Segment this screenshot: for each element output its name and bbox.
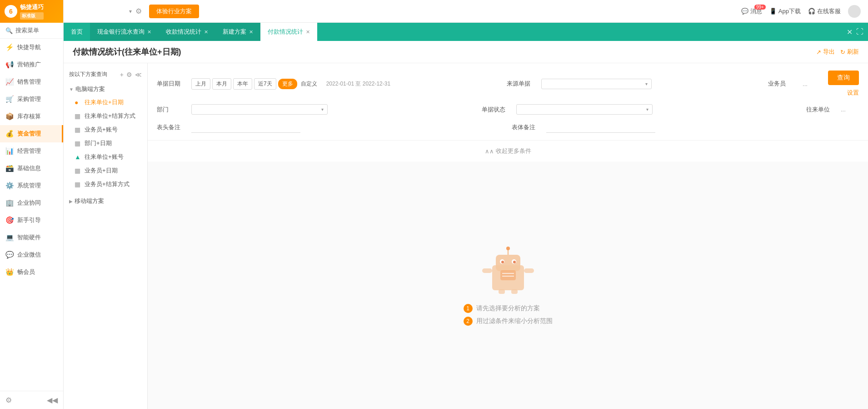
refresh-button[interactable]: ↻ 刷新: [840, 48, 859, 56]
topbar-right: 💬 消息 99+ 📱 App下载 🎧 在线客服: [741, 5, 861, 18]
filter-header-note-input[interactable]: [191, 122, 300, 133]
sidebar-item-label: 新手引导: [17, 216, 41, 224]
scheme-section-desktop-header[interactable]: ▼ 电脑端方案: [64, 83, 147, 96]
scheme-item-dept-date[interactable]: ▦ 部门+日期: [64, 136, 147, 150]
operation-icon: 📊: [5, 147, 14, 155]
date-btn-7days[interactable]: 近7天: [254, 78, 276, 90]
filter-actions: 查询 设置: [828, 71, 859, 97]
scheme-item-staff-date[interactable]: ▦ 业务员+日期: [64, 164, 147, 177]
export-button[interactable]: ↗ 导出: [816, 48, 835, 56]
tab-expand-icon[interactable]: ⛶: [856, 28, 863, 36]
filter-dept-label: 部门: [157, 106, 184, 114]
guide-icon: 🎯: [5, 216, 14, 224]
filter-header-note-label: 表头备注: [157, 123, 184, 131]
sidebar-item-inventory[interactable]: 📦 库存核算: [0, 108, 63, 125]
scheme-item-icon: ▲: [75, 153, 82, 161]
filter-body-note-label: 表体备注: [512, 123, 539, 131]
search-menu[interactable]: 🔍 搜索菜单: [0, 23, 63, 39]
date-btn-more[interactable]: 更多: [278, 79, 297, 89]
filter-dept-select[interactable]: ▾: [191, 104, 328, 115]
app-download-label: App下载: [778, 7, 801, 15]
sidebar-item-wechat[interactable]: 💬 企业微信: [0, 246, 63, 263]
svg-rect-8: [482, 268, 492, 273]
filter-staff-dots: ...: [803, 81, 821, 87]
scheme-item-staff-account[interactable]: ▦ 业务员+账号: [64, 123, 147, 136]
scheme-item-label: 业务员+账号: [85, 126, 118, 134]
date-btn-this-year[interactable]: 本年: [233, 78, 252, 90]
sidebar-item-marketing[interactable]: 📢 营销推广: [0, 56, 63, 73]
sidebar-item-guide[interactable]: 🎯 新手引导: [0, 212, 63, 229]
select-arrow-icon: ▾: [646, 107, 649, 112]
bottom-settings-icon[interactable]: ⚙: [5, 396, 12, 404]
scheme-panel-header: 按以下方案查询 + ⚙ ≪: [64, 68, 147, 81]
sidebar-item-member[interactable]: 👑 畅会员: [0, 263, 63, 281]
main-content: ▾ ⚙ 体验行业方案 💬 消息 99+ 📱 App下载 🎧 在线客服 首页: [64, 0, 868, 409]
filter-doc-status-select[interactable]: ▾: [516, 104, 653, 115]
empty-state-illustration: [479, 245, 538, 295]
tab-close-icon[interactable]: ✕: [147, 29, 151, 35]
sidebar-item-enterprise[interactable]: 🏢 企业协同: [0, 194, 63, 212]
sidebar-item-system[interactable]: ⚙️ 系统管理: [0, 177, 63, 194]
tab-cash-flow[interactable]: 现金银行流水查询 ✕: [90, 23, 159, 41]
scheme-settings-icon[interactable]: ⚙: [126, 71, 132, 78]
sidebar-item-label: 系统管理: [17, 182, 41, 190]
select-arrow-icon: ▾: [645, 81, 648, 86]
sidebar-item-sales[interactable]: 📈 销售管理: [0, 73, 63, 91]
tab-close-icon[interactable]: ✕: [306, 29, 310, 35]
tab-close-icon[interactable]: ✕: [249, 29, 253, 35]
filter-row-2: 部门 ▾ 单据状态 ▾ 往来单位 ...: [157, 104, 859, 115]
scheme-item-partner-account[interactable]: ▲ 往来单位+账号: [64, 150, 147, 164]
tab-close-icon[interactable]: ✕: [204, 29, 208, 35]
query-button[interactable]: 查询: [828, 71, 859, 85]
app-download-button[interactable]: 📱 App下载: [769, 7, 801, 15]
tab-label: 收款情况统计: [166, 28, 201, 36]
tab-label: 新建方案: [223, 28, 246, 36]
sidebar-collapse-button[interactable]: ◀◀: [47, 396, 58, 404]
topbar-dropdown-icon[interactable]: ▾: [129, 8, 132, 15]
online-service-button[interactable]: 🎧 在线客服: [808, 7, 841, 15]
filter-body-note-input[interactable]: [546, 122, 655, 133]
scheme-section-desktop: ▼ 电脑端方案 ● 往来单位+日期 ▦ 往来单位+结算方式 ▦ 业务员+账号 ▦: [64, 81, 147, 193]
topbar-settings-icon[interactable]: ⚙: [135, 7, 142, 15]
message-badge: 99+: [754, 5, 766, 10]
tab-new-scheme[interactable]: 新建方案 ✕: [215, 23, 260, 41]
scheme-section-mobile-header[interactable]: ▶ 移动端方案: [64, 195, 147, 207]
refresh-icon: ↻: [840, 49, 845, 56]
collapse-more-button[interactable]: ∧∧ 收起更多条件: [481, 143, 535, 159]
sidebar-item-quick-nav[interactable]: ⚡ 快捷导航: [0, 39, 63, 56]
filter-source-select[interactable]: ▾: [541, 79, 651, 89]
trial-button[interactable]: 体验行业方案: [149, 5, 199, 18]
sidebar-item-label: 基础信息: [17, 164, 41, 172]
scheme-item-partner-date[interactable]: ● 往来单位+日期: [64, 96, 147, 109]
filter-settings-link[interactable]: 设置: [847, 89, 859, 97]
scheme-item-label: 往来单位+账号: [85, 153, 124, 161]
tab-payment-details[interactable]: 付款情况统计 ✕: [260, 23, 317, 41]
sidebar-item-label: 资金管理: [17, 130, 41, 138]
logo-icon: 6: [5, 5, 17, 18]
sidebar-item-label: 企业微信: [17, 251, 41, 259]
date-btn-last-month[interactable]: 上月: [191, 78, 210, 90]
sidebar-item-label: 库存核算: [17, 112, 41, 121]
svg-point-4: [501, 261, 504, 263]
filter-doc-status-label: 单据状态: [482, 106, 509, 114]
tab-home[interactable]: 首页: [64, 23, 90, 41]
scheme-add-icon[interactable]: +: [120, 71, 124, 78]
tab-close-all-icon[interactable]: ✕: [847, 28, 853, 36]
scheme-item-staff-settle[interactable]: ▦ 业务员+结算方式: [64, 177, 147, 191]
sidebar-item-basic-info[interactable]: 🗃️ 基础信息: [0, 160, 63, 177]
message-button[interactable]: 💬 消息 99+: [741, 7, 762, 15]
tab-payment-stats[interactable]: 收款情况统计 ✕: [159, 23, 215, 41]
collapse-icon: ∧∧: [485, 148, 494, 155]
sidebar-item-finance[interactable]: 💰 资金管理: [0, 125, 63, 142]
export-label: 导出: [823, 48, 835, 56]
scheme-item-partner-settle[interactable]: ▦ 往来单位+结算方式: [64, 109, 147, 123]
scheme-collapse-icon[interactable]: ≪: [135, 71, 142, 78]
sidebar-item-operation[interactable]: 📊 经营管理: [0, 142, 63, 160]
sidebar-item-hardware[interactable]: 💻 智能硬件: [0, 229, 63, 246]
date-btn-this-month[interactable]: 本月: [212, 78, 231, 90]
sidebar-item-purchase[interactable]: 🛒 采购管理: [0, 91, 63, 108]
filter-staff-label: 业务员: [768, 80, 795, 88]
filter-area: 单据日期 上月 本月 本年 近7天 更多 自定义 2022-01-01 至 20…: [148, 63, 868, 140]
breadcrumb-input[interactable]: [71, 8, 125, 15]
user-avatar[interactable]: [848, 5, 861, 18]
